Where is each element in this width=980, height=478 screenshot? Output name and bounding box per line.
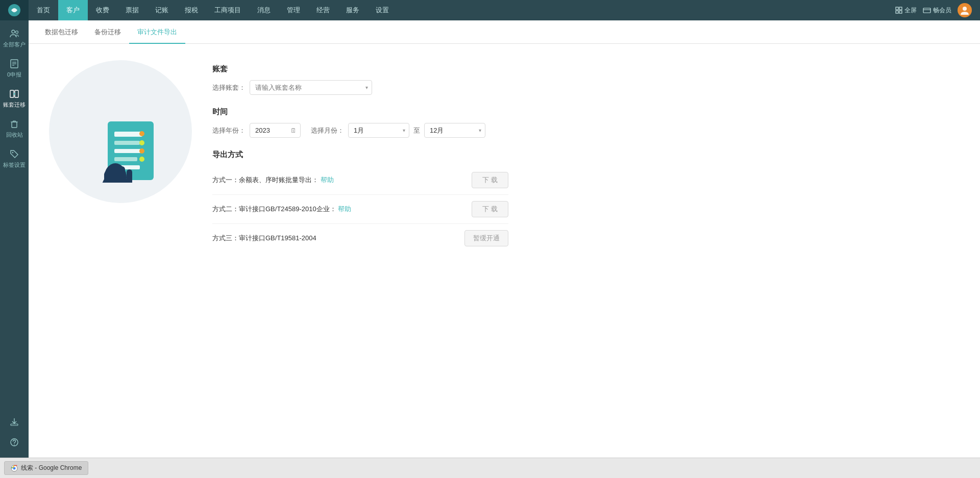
illustration-area (49, 60, 192, 203)
tab-audit-export[interactable]: 审计文件导出 (129, 21, 185, 44)
svg-point-19 (14, 444, 15, 445)
tab-bar: 数据包迁移 备份迁移 审计文件导出 (29, 20, 980, 44)
svg-rect-1 (896, 7, 898, 10)
account-label: 选择账套： (212, 83, 246, 92)
sidebar-item-tag-settings-label: 标签设置 (3, 161, 26, 169)
svg-rect-3 (896, 11, 898, 13)
sidebar-item-tag-settings[interactable]: 标签设置 (1, 145, 28, 173)
export-method-1-download-button[interactable]: 下 载 (472, 172, 508, 188)
fullscreen-button[interactable]: 全屏 (895, 6, 917, 15)
svg-rect-34 (119, 166, 125, 183)
taskbar: 线索 - Google Chrome (0, 458, 980, 478)
nav-item-ticket[interactable]: 票据 (117, 0, 147, 20)
export-section-title: 导出方式 (212, 150, 508, 160)
svg-rect-17 (11, 424, 18, 425)
sidebar-item-all-customers-label: 全部客户 (3, 41, 26, 48)
main-layout: 全部客户 0申报 账套迁移 回收站 (0, 20, 980, 458)
sidebar-item-zero-report-label: 0申报 (7, 71, 21, 79)
svg-rect-15 (12, 122, 17, 128)
sidebar-item-zero-report[interactable]: 0申报 (1, 55, 28, 83)
top-nav: 首页 客户 收费 票据 记账 报税 工商项目 消息 管理 经营 服务 设置 全屏 (0, 0, 980, 20)
tag-icon (9, 149, 19, 159)
export-layout: 账套 选择账套： ▾ 时间 选择年份： 🗓 (49, 60, 508, 253)
vip-icon (923, 7, 931, 14)
export-method-1-text: 方式一：余额表、序时账批量导出： (212, 176, 318, 184)
avatar-icon (959, 5, 970, 16)
tab-data-migrate[interactable]: 数据包迁移 (37, 21, 86, 44)
year-label: 选择年份： (212, 126, 246, 135)
account-form-row: 选择账套： ▾ (212, 80, 508, 95)
avatar[interactable] (958, 3, 972, 17)
svg-point-8 (16, 31, 18, 34)
tab-backup-migrate[interactable]: 备份迁移 (86, 21, 129, 44)
vip-button[interactable]: 畅会员 (923, 6, 951, 15)
time-form-row: 选择年份： 🗓 选择月份： 1月 2月 3月 4月 (212, 123, 508, 138)
nav-item-settings[interactable]: 设置 (368, 0, 397, 20)
svg-rect-22 (114, 141, 140, 145)
month-separator: 至 (413, 126, 420, 135)
left-sidebar: 全部客户 0申报 账套迁移 回收站 (0, 20, 29, 458)
export-method-row-2: 方式二：审计接口GB/T24589-2010企业： 帮助 下 载 (212, 195, 508, 224)
sidebar-item-all-customers[interactable]: 全部客户 (1, 24, 28, 53)
help-icon (9, 437, 19, 447)
svg-point-26 (139, 131, 144, 136)
year-input[interactable] (250, 123, 301, 138)
export-method-2-help-link[interactable]: 帮助 (338, 205, 351, 213)
chrome-icon (11, 465, 18, 472)
vip-label: 畅会员 (933, 6, 951, 15)
download-icon (9, 417, 19, 427)
nav-item-manage[interactable]: 管理 (279, 0, 308, 20)
top-nav-items: 首页 客户 收费 票据 记账 报税 工商项目 消息 管理 经营 服务 设置 (29, 0, 895, 20)
svg-rect-4 (899, 11, 902, 13)
nav-item-customer[interactable]: 客户 (58, 0, 88, 20)
svg-point-29 (139, 157, 144, 162)
sidebar-item-account-migrate-label: 账套迁移 (3, 101, 26, 109)
svg-rect-13 (10, 90, 14, 97)
export-method-2-text: 方式二：审计接口GB/T24589-2010企业： (212, 205, 336, 213)
nav-item-tax[interactable]: 报税 (177, 0, 206, 20)
svg-rect-5 (923, 8, 930, 13)
export-method-3-vip-button[interactable]: 暂缓开通 (464, 230, 508, 246)
export-method-label-2: 方式二：审计接口GB/T24589-2010企业： 帮助 (212, 205, 351, 214)
account-input[interactable] (250, 80, 372, 95)
taskbar-chrome-item[interactable]: 线索 - Google Chrome (4, 461, 88, 475)
fullscreen-icon (895, 7, 902, 14)
svg-rect-23 (114, 149, 142, 153)
content-area: 数据包迁移 备份迁移 审计文件导出 (29, 20, 980, 458)
sidebar-item-recycle[interactable]: 回收站 (1, 115, 28, 143)
sidebar-bottom (1, 413, 28, 458)
sidebar-item-help[interactable] (1, 433, 28, 451)
svg-point-27 (139, 140, 144, 145)
account-section-title: 账套 (212, 64, 508, 74)
month-end-select[interactable]: 1月 2月 3月 4月 5月 6月 7月 8月 9月 10月 11月 (424, 123, 485, 138)
sidebar-item-account-migrate[interactable]: 账套迁移 (1, 85, 28, 113)
export-method-label-3: 方式三：审计接口GB/T19581-2004 (212, 234, 316, 243)
svg-rect-35 (127, 169, 132, 183)
migrate-icon (9, 89, 19, 99)
app-logo (0, 0, 29, 20)
month-end-wrapper: 1月 2月 3月 4月 5月 6月 7月 8月 9月 10月 11月 (424, 123, 485, 138)
nav-item-service[interactable]: 服务 (338, 0, 368, 20)
month-start-select[interactable]: 1月 2月 3月 4月 5月 6月 7月 8月 9月 10月 11月 (348, 123, 409, 138)
audit-illustration (69, 81, 172, 183)
export-method-2-download-button[interactable]: 下 载 (472, 201, 508, 217)
nav-item-account[interactable]: 记账 (147, 0, 177, 20)
export-method-1-help-link[interactable]: 帮助 (321, 176, 334, 184)
export-method-row-3: 方式三：审计接口GB/T19581-2004 暂缓开通 (212, 224, 508, 253)
export-method-3-text: 方式三：审计接口GB/T19581-2004 (212, 234, 316, 242)
nav-item-message[interactable]: 消息 (249, 0, 279, 20)
svg-point-6 (963, 7, 967, 11)
svg-point-16 (12, 152, 13, 153)
svg-rect-14 (15, 90, 18, 97)
nav-item-business[interactable]: 工商项目 (206, 0, 249, 20)
nav-item-fee[interactable]: 收费 (88, 0, 117, 20)
sidebar-item-recycle-label: 回收站 (6, 131, 23, 139)
svg-rect-33 (111, 167, 117, 183)
top-nav-right: 全屏 畅会员 (895, 3, 980, 17)
report-icon (9, 59, 19, 69)
nav-item-operation[interactable]: 经营 (308, 0, 338, 20)
users-icon (9, 29, 19, 39)
nav-item-home[interactable]: 首页 (29, 0, 58, 20)
sidebar-item-download[interactable] (1, 413, 28, 431)
svg-rect-2 (899, 7, 902, 10)
